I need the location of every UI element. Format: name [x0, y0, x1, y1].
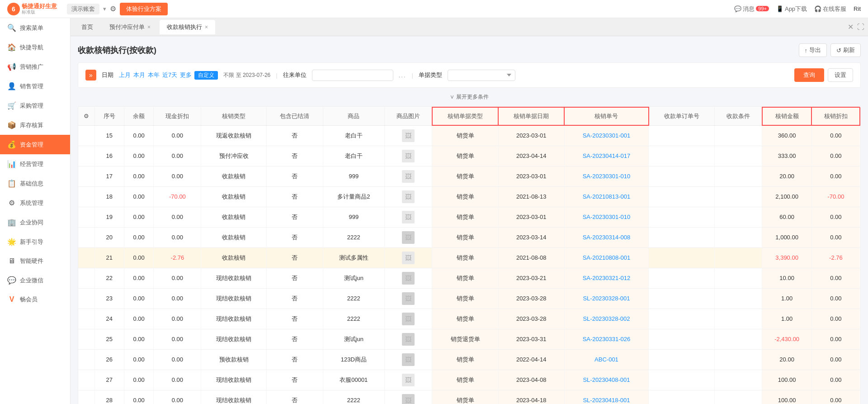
writeoff-bill-no-link-11[interactable]: ABC-001 — [594, 356, 618, 363]
sidebar-item-finance[interactable]: 💰 资金管理 — [0, 135, 70, 154]
bill-type-select[interactable] — [448, 70, 515, 81]
table-row[interactable]: 22 0.00 0.00 现结收款核销 否 测试jun 🖼 销货单 2023-0… — [78, 268, 860, 288]
column-settings-icon[interactable]: ⚙ — [84, 113, 89, 119]
writeoff-bill-no-link-1[interactable]: SA-20230414-017 — [583, 152, 631, 159]
table-row[interactable]: 18 0.00 -70.00 收款核销 否 多计量商品2 🖼 销货单 2021-… — [78, 186, 860, 207]
cell-writeoff-bill-no-7[interactable]: SA-20230321-012 — [564, 268, 649, 288]
sidebar-item-newbie[interactable]: 🌟 新手引导 — [0, 232, 70, 252]
writeoff-bill-no-link-5[interactable]: SA-20230314-008 — [583, 234, 631, 241]
industry-button[interactable]: 体验行业方案 — [120, 3, 168, 15]
cell-writeoff-bill-no-12[interactable]: SL-20230408-001 — [564, 370, 649, 390]
table-row[interactable]: 21 0.00 -2.76 收款核销 否 测试多属性 🖼 销货单 2021-08… — [78, 247, 860, 268]
date-more[interactable]: 更多 — [180, 71, 192, 79]
writeoff-bill-no-link-12[interactable]: SL-20230408-001 — [583, 376, 630, 383]
tab-receipt[interactable]: 收款核销执行 × — [160, 20, 215, 34]
cell-balance-7: 0.00 — [124, 268, 153, 288]
tab-home[interactable]: 首页 — [74, 20, 100, 34]
cell-goods-img-4: 🖼 — [384, 207, 432, 227]
sidebar-item-enterprise[interactable]: 🏢 企业协同 — [0, 213, 70, 232]
sidebar-item-marketing[interactable]: 📢 营销推广 — [0, 57, 70, 76]
sidebar-item-system[interactable]: ⚙ 系统管理 — [0, 193, 70, 213]
filter-expand-button[interactable]: » — [85, 70, 96, 81]
sidebar-item-operations[interactable]: 📊 经营管理 — [0, 154, 70, 174]
gear-icon[interactable]: ⚙ — [110, 5, 116, 13]
date-this-month[interactable]: 本月 — [133, 71, 145, 79]
sidebar-item-inventory[interactable]: 📦 库存核算 — [0, 115, 70, 135]
cell-writeoff-bill-no-4[interactable]: SA-20230301-010 — [564, 207, 649, 227]
table-row[interactable]: 26 0.00 0.00 预收款核销 否 123D商品 🖼 销货单 2022-0… — [78, 349, 860, 370]
tab-expand-icon[interactable]: ⛶ — [857, 23, 864, 31]
tab-prepay-close[interactable]: × — [147, 24, 151, 30]
sidebar-item-sales[interactable]: 👤 销售管理 — [0, 76, 70, 96]
cell-writeoff-bill-no-13[interactable]: SL-20230418-001 — [564, 390, 649, 404]
sidebar-item-purchase[interactable]: 🛒 采购管理 — [0, 96, 70, 115]
table-row[interactable]: 17 0.00 0.00 收款核销 否 999 🖼 销货单 2023-03-01… — [78, 166, 860, 186]
table-row[interactable]: 27 0.00 0.00 现结收款核销 否 衣服00001 🖼 销货单 2023… — [78, 370, 860, 390]
sidebar-label-system: 系统管理 — [20, 199, 43, 207]
cell-cash-discount-6: -2.76 — [154, 247, 201, 268]
sidebar-item-basic[interactable]: 📋 基础信息 — [0, 174, 70, 193]
dropdown-icon[interactable]: ▾ — [103, 5, 106, 12]
col-goods-img: 商品图片 — [384, 107, 432, 125]
sidebar-item-wechat[interactable]: 💬 企业微信 — [0, 271, 70, 290]
writeoff-bill-no-link-3[interactable]: SA-20210813-001 — [583, 193, 631, 200]
sidebar-item-search[interactable]: 🔍 搜索菜单 — [0, 18, 70, 38]
expand-more-bar[interactable]: ∨ 展开更多条件 — [78, 91, 861, 103]
partner-input[interactable] — [312, 70, 393, 81]
table-row[interactable]: 28 0.00 0.00 现结收款核销 否 2222 🖼 销货单 2023-04… — [78, 390, 860, 404]
download-icon: 📱 — [776, 5, 783, 12]
cell-goods-img-9: 🖼 — [384, 309, 432, 329]
filter-settings-button[interactable]: 设置 — [828, 68, 853, 82]
cell-writeoff-bill-no-3[interactable]: SA-20210813-001 — [564, 186, 649, 207]
table-row[interactable]: 16 0.00 0.00 预付冲应收 否 老白干 🖼 销货单 2023-04-1… — [78, 146, 860, 166]
table-row[interactable]: 25 0.00 0.00 现结收款核销 否 测试jun 🖼 销货退货单 2023… — [78, 329, 860, 349]
tab-receipt-close[interactable]: × — [205, 24, 208, 30]
table-row[interactable]: 19 0.00 0.00 收款核销 否 999 🖼 销货单 2023-03-01… — [78, 207, 860, 227]
cell-writeoff-bill-no-0[interactable]: SA-20230301-001 — [564, 125, 649, 146]
tab-prepay[interactable]: 预付冲应付单 × — [102, 20, 158, 34]
table-row[interactable]: 20 0.00 0.00 收款核销 否 2222 🖼 销货单 2023-03-1… — [78, 227, 860, 247]
writeoff-bill-no-link-13[interactable]: SL-20230418-001 — [583, 397, 630, 404]
messages-btn[interactable]: 💬 消息 99+ — [734, 5, 769, 13]
app-download-btn[interactable]: 📱 App下载 — [776, 5, 807, 13]
user-name[interactable]: Rit — [854, 5, 861, 12]
cell-writeoff-bill-no-5[interactable]: SA-20230314-008 — [564, 227, 649, 247]
table-row[interactable]: 15 0.00 0.00 现返收款核销 否 老白干 🖼 销货单 2023-03-… — [78, 125, 860, 146]
cell-writeoff-bill-no-11[interactable]: ABC-001 — [564, 349, 649, 370]
writeoff-bill-no-link-6[interactable]: SA-20210808-001 — [583, 254, 631, 261]
writeoff-bill-no-link-2[interactable]: SA-20230301-010 — [583, 173, 631, 180]
writeoff-bill-no-link-9[interactable]: SL-20230328-002 — [583, 315, 630, 322]
hardware-icon: 🖥 — [7, 257, 16, 265]
cell-writeoff-bill-no-8[interactable]: SL-20230328-001 — [564, 288, 649, 309]
sidebar-item-quicknav[interactable]: 🏠 快捷导航 — [0, 38, 70, 57]
table-row[interactable]: 24 0.00 0.00 现结收款核销 否 2222 🖼 销货单 2023-03… — [78, 309, 860, 329]
cell-num-3: 18 — [94, 186, 124, 207]
writeoff-bill-no-link-10[interactable]: SA-20230331-026 — [583, 336, 631, 342]
cell-goods-9: 2222 — [323, 309, 384, 329]
date-last-month[interactable]: 上月 — [119, 71, 131, 79]
cell-writeoff-type-13: 现结收款核销 — [201, 390, 267, 404]
date-7days[interactable]: 近7天 — [162, 71, 177, 79]
cell-writeoff-bill-no-1[interactable]: SA-20230414-017 — [564, 146, 649, 166]
refresh-button[interactable]: ↺ 刷新 — [830, 43, 861, 57]
col-settings[interactable]: ⚙ — [78, 107, 94, 125]
sidebar-item-hardware[interactable]: 🖥 智能硬件 — [0, 252, 70, 271]
online-service-btn[interactable]: 🎧 在线客服 — [814, 5, 846, 13]
table-row[interactable]: 23 0.00 0.00 现结收款核销 否 2222 🖼 销货单 2023-03… — [78, 288, 860, 309]
export-button[interactable]: ↑ 导出 — [799, 43, 827, 57]
cell-writeoff-bill-no-6[interactable]: SA-20210808-001 — [564, 247, 649, 268]
writeoff-bill-no-link-0[interactable]: SA-20230301-001 — [583, 132, 631, 139]
date-this-year[interactable]: 本年 — [148, 71, 160, 79]
cell-receipt-order-no-7 — [649, 268, 714, 288]
query-button[interactable]: 查询 — [794, 68, 824, 82]
cell-writeoff-bill-no-2[interactable]: SA-20230301-010 — [564, 166, 649, 186]
writeoff-bill-no-link-7[interactable]: SA-20230321-012 — [583, 275, 631, 281]
cell-writeoff-bill-no-9[interactable]: SL-20230328-002 — [564, 309, 649, 329]
sidebar-item-member[interactable]: V 畅会员 — [0, 290, 70, 309]
writeoff-bill-no-link-8[interactable]: SL-20230328-001 — [583, 295, 630, 302]
date-custom-badge[interactable]: 自定义 — [194, 71, 218, 80]
cell-writeoff-bill-no-10[interactable]: SA-20230331-026 — [564, 329, 649, 349]
company-name[interactable]: 演示账套 — [67, 4, 99, 14]
writeoff-bill-no-link-4[interactable]: SA-20230301-010 — [583, 214, 631, 220]
tab-close-all-icon[interactable]: ✕ — [848, 23, 854, 31]
